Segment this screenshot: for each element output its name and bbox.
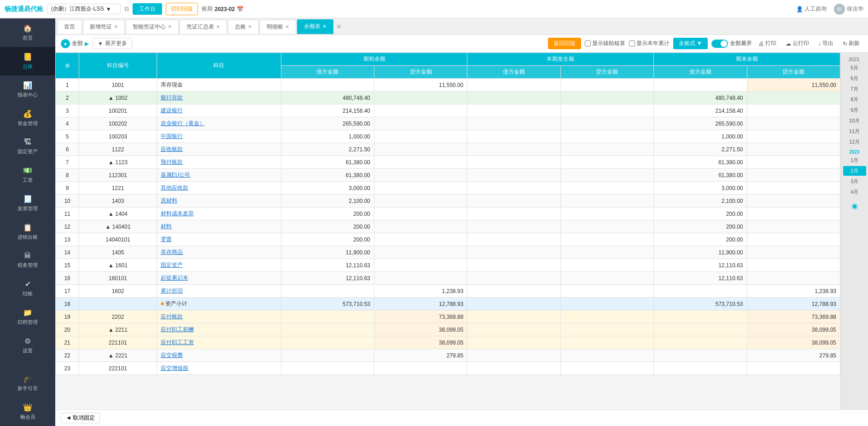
account-subject[interactable]: 建设银行 xyxy=(157,104,281,117)
account-subject[interactable]: 应交税费 xyxy=(157,349,281,362)
account-subject[interactable]: 固定资产 xyxy=(157,259,281,272)
refresh-button[interactable]: ↻ 刷新 xyxy=(840,38,862,49)
subject-link[interactable]: 起提累记本 xyxy=(161,275,188,281)
subject-link[interactable]: 应付账款 xyxy=(161,313,183,320)
sidebar-item-settings[interactable]: ⚙ 设置 xyxy=(0,331,55,360)
account-subject[interactable]: 应交增值税 xyxy=(157,362,281,375)
account-subject[interactable]: 中国银行 xyxy=(157,130,281,143)
subject-link[interactable]: 应收账款 xyxy=(161,146,183,152)
account-subject[interactable]: 雯蕾 xyxy=(157,233,281,246)
tab-detail-ledger[interactable]: 明细账 ✕ xyxy=(260,20,296,34)
customer-service[interactable]: 👤 人工咨询 xyxy=(796,5,827,13)
tab-smart-voucher[interactable]: 智能凭证中心 ✕ xyxy=(126,20,179,34)
subject-link[interactable]: 雯蕾 xyxy=(161,236,172,242)
subject-link[interactable]: 库存商品 xyxy=(161,249,183,255)
month-10[interactable]: 10月 xyxy=(843,116,866,126)
close-general-ledger[interactable]: ✕ xyxy=(248,24,252,30)
subject-link[interactable]: 银行存款 xyxy=(161,94,183,101)
tab-close-all[interactable]: ✕ xyxy=(336,23,342,30)
breadcrumb-button[interactable]: ● 全部 ▶ xyxy=(61,39,89,48)
show-year-total-label[interactable]: 显示本年累计 xyxy=(629,40,670,47)
copy-icon[interactable]: ⧉ xyxy=(124,5,129,13)
account-subject[interactable]: 材料成本差异 xyxy=(157,207,281,220)
subject-link[interactable]: 建设银行 xyxy=(161,107,183,114)
month-4[interactable]: 4月 xyxy=(843,187,866,197)
close-detail-ledger[interactable]: ✕ xyxy=(285,24,289,30)
workbench-button[interactable]: 工作台 xyxy=(133,3,162,15)
subject-link[interactable]: 材料 xyxy=(161,223,172,230)
user-info[interactable]: 徐 徐洼华 xyxy=(834,4,863,15)
sidebar-item-home[interactable]: 🏠 首页 xyxy=(0,18,55,47)
subject-link[interactable]: 应付职工工资 xyxy=(161,339,194,345)
subject-link[interactable]: 应付职工薪酬 xyxy=(161,326,194,333)
toggle-control[interactable] xyxy=(711,40,728,48)
account-subject[interactable]: 应收账款 xyxy=(157,143,281,156)
account-subject[interactable]: 起提累记本 xyxy=(157,272,281,285)
subject-link[interactable]: 应交税费 xyxy=(161,352,183,358)
month-5[interactable]: 5月 xyxy=(843,63,866,73)
account-subject[interactable]: 嘉属EU公司 xyxy=(157,169,281,182)
subject-link[interactable]: 嘉属EU公司 xyxy=(161,172,191,178)
show-year-total-checkbox[interactable] xyxy=(629,40,635,46)
sidebar-item-tax[interactable]: 🏛 税务管理 xyxy=(0,246,55,274)
month-3[interactable]: 3月 xyxy=(843,177,866,186)
account-subject[interactable]: 原材料 xyxy=(157,195,281,207)
close-new-voucher[interactable]: ✕ xyxy=(114,24,118,30)
account-subject[interactable]: 材料 xyxy=(157,220,281,233)
sidebar-item-purchase[interactable]: 📋 进销台账 xyxy=(0,218,55,246)
close-smart-voucher[interactable]: ✕ xyxy=(168,24,172,30)
account-subject[interactable]: 农业银行（黄金） xyxy=(157,117,281,130)
expand-toggle[interactable]: 全部展开 xyxy=(711,40,752,48)
subject-link[interactable]: 预付账款 xyxy=(161,159,183,165)
month-1[interactable]: 1月 xyxy=(843,155,866,165)
subject-link[interactable]: 材料成本差异 xyxy=(161,210,194,217)
account-subject[interactable]: 其他应收款 xyxy=(157,182,281,195)
show-auxiliary-checkbox[interactable] xyxy=(585,40,591,46)
account-subject[interactable]: 应付职工薪酬 xyxy=(157,323,281,336)
subject-link[interactable]: 应交增值税 xyxy=(161,365,188,371)
cloud-print-button[interactable]: ☁ 云打印 xyxy=(783,38,812,49)
account-subject[interactable]: 银行存款 xyxy=(157,92,281,104)
subject-link[interactable]: 固定资产 xyxy=(161,262,183,268)
month-8[interactable]: 8月 xyxy=(843,95,866,104)
month-7[interactable]: 7月 xyxy=(843,84,866,94)
show-auxiliary-label[interactable]: 显示辅助核算 xyxy=(585,40,625,47)
tab-new-voucher[interactable]: 新增凭证 ✕ xyxy=(83,20,125,34)
full-mode-button[interactable]: 全账式 ▼ xyxy=(673,38,708,49)
settings-col-header[interactable]: ⚙ xyxy=(56,53,79,79)
subject-link[interactable]: 农业银行（黄金） xyxy=(161,120,205,127)
close-balance-sheet[interactable]: ✕ xyxy=(322,23,326,29)
print-button[interactable]: 🖨 打印 xyxy=(756,38,779,49)
account-subject[interactable]: 应付账款 xyxy=(157,311,281,323)
sidebar-item-archive[interactable]: 📁 归档管理 xyxy=(0,303,55,331)
expand-more-button[interactable]: ▼ 展开更多 xyxy=(93,38,132,49)
export-button[interactable]: ↓ 导出 xyxy=(816,38,836,49)
right-panel-expand-icon[interactable]: ◉ xyxy=(851,201,858,210)
month-11[interactable]: 11月 xyxy=(843,127,866,136)
sidebar-item-guide[interactable]: 🎓 新手引导 xyxy=(0,369,55,397)
month-9[interactable]: 9月 xyxy=(843,105,866,115)
tab-voucher-summary[interactable]: 凭证汇总表 ✕ xyxy=(180,20,227,34)
sidebar-item-close[interactable]: ✔ 结账 xyxy=(0,274,55,303)
subject-link[interactable]: 中国银行 xyxy=(161,133,183,139)
sidebar-item-member[interactable]: 👑 畅会员 xyxy=(0,397,55,426)
sidebar-item-payroll[interactable]: 💵 工资 xyxy=(0,161,55,189)
period-calendar-icon[interactable]: 📅 xyxy=(237,6,244,12)
month-2[interactable]: 2月 xyxy=(843,166,866,176)
account-subject[interactable]: 预付账款 xyxy=(157,156,281,169)
close-voucher-summary[interactable]: ✕ xyxy=(216,24,220,30)
return-button[interactable]: 返回旧版 xyxy=(548,38,581,49)
month-6[interactable]: 6月 xyxy=(843,74,866,83)
sidebar-item-invoice[interactable]: 🧾 发票管理 xyxy=(0,189,55,218)
sidebar-item-funds[interactable]: 💰 资金管理 xyxy=(0,104,55,132)
tab-balance-sheet[interactable]: 余额表 ✕ xyxy=(297,19,333,34)
account-subject[interactable]: 库存商品 xyxy=(157,246,281,259)
switch-button[interactable]: 切到旧版 xyxy=(166,3,198,15)
account-subject[interactable]: 应付职工工资 xyxy=(157,336,281,349)
company-selector[interactable]: (勿删）江西股企-LSS ▼ xyxy=(47,4,121,14)
subject-link[interactable]: 原材料 xyxy=(161,197,177,204)
sidebar-item-reports[interactable]: 📊 报表中心 xyxy=(0,75,55,104)
month-12[interactable]: 12月 xyxy=(843,137,866,147)
unpin-button[interactable]: ◄ 取消固定 xyxy=(61,413,100,423)
sidebar-item-assets[interactable]: 🏗 固定资产 xyxy=(0,132,55,161)
